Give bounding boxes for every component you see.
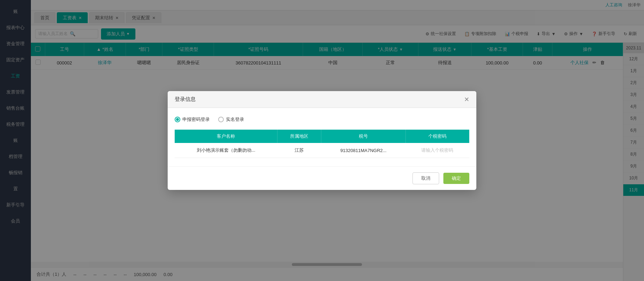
login-info-row: 刘小艳演示账套（勿删勿动... 江苏 91320811MA7NGR2... 请输… [175, 143, 469, 158]
radio-label-申报密码登录: 申报密码登录 [182, 116, 210, 123]
radio-circle-申报密码登录 [175, 117, 180, 122]
cell-个税密码[interactable]: 请输入个税密码 [405, 143, 469, 158]
radio-实名登录[interactable]: 实名登录 [218, 116, 244, 123]
radio-label-实名登录: 实名登录 [226, 116, 244, 123]
inner-col-所属地区: 所属地区 [277, 130, 321, 143]
cell-税号: 91320811MA7NGR2... [321, 143, 406, 158]
inner-col-个税密码: 个税密码 [405, 130, 469, 143]
modal-header: 登录信息 ✕ [168, 91, 476, 108]
inner-col-税号: 税号 [321, 130, 406, 143]
modal-close-button[interactable]: ✕ [464, 96, 469, 103]
login-info-table: 客户名称 所属地区 税号 个税密码 刘小艳演示账套（勿删勿动... 江苏 913… [175, 130, 469, 158]
inner-col-客户名称: 客户名称 [175, 130, 277, 143]
confirm-button[interactable]: 确定 [443, 173, 469, 184]
modal-body: 申报密码登录 实名登录 客户名称 所属地区 税号 个税密码 [168, 108, 476, 166]
radio-circle-实名登录 [218, 117, 224, 122]
modal-overlay: 登录信息 ✕ 申报密码登录 实名登录 客户名称 [0, 0, 644, 281]
login-type-radio-group: 申报密码登录 实名登录 [175, 116, 469, 123]
cancel-button[interactable]: 取消 [412, 172, 439, 184]
password-placeholder: 请输入个税密码 [421, 148, 453, 153]
cell-所属地区: 江苏 [277, 143, 321, 158]
login-info-modal: 登录信息 ✕ 申报密码登录 实名登录 客户名称 [168, 91, 476, 190]
radio-申报密码登录[interactable]: 申报密码登录 [175, 116, 210, 123]
modal-footer: 取消 确定 [168, 166, 476, 190]
modal-title: 登录信息 [175, 96, 196, 103]
cell-客户名称: 刘小艳演示账套（勿删勿动... [175, 143, 277, 158]
